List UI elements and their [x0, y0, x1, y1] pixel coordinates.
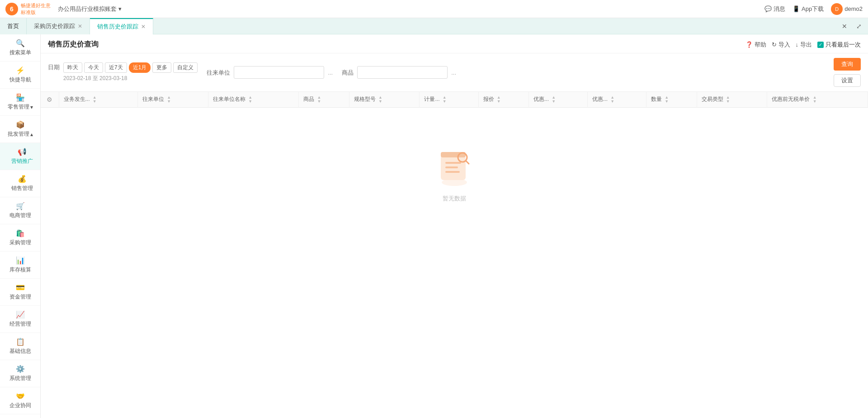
close-all-tabs-button[interactable]: ✕	[839, 21, 850, 32]
th-qty[interactable]: 数量 ▲▼	[646, 92, 697, 108]
card-icon: 💳	[16, 283, 25, 292]
date-range-display: 2023-02-18 至 2023-03-18	[63, 75, 198, 82]
th-goods[interactable]: 商品 ▲▼	[299, 92, 349, 108]
fullscreen-button[interactable]: ⤢	[854, 21, 864, 32]
th-biz-date[interactable]: 业务发生... ▲▼	[59, 92, 137, 108]
sidebar-item-wholesale-mgmt[interactable]: 📦 批发管理 ▴	[0, 116, 40, 143]
trend-icon: 📈	[16, 310, 25, 319]
th-settings: ⚙	[41, 92, 59, 108]
sidebar-item-system[interactable]: ⚙️ 系统管理	[0, 360, 40, 387]
cart-icon: 🛒	[16, 202, 25, 210]
chevron-down-icon: ▾	[118, 5, 122, 12]
tab-bar: 首页 采购历史价跟踪 ✕ 销售历史价跟踪 ✕ ✕ ⤢	[0, 18, 868, 34]
logo-area: 6 畅捷通好生意 标准版	[5, 2, 51, 15]
page-header-actions: ❓ 帮助 ↻ 导入 ↓ 导出 ✓ 只看最后一次	[745, 41, 861, 49]
tab-close-sales[interactable]: ✕	[141, 24, 146, 29]
tab-purchase-history[interactable]: 采购历史价跟踪 ✕	[27, 18, 90, 34]
counterpart-dots[interactable]: ...	[328, 69, 333, 76]
export-link[interactable]: ↓ 导出	[796, 41, 812, 49]
download-app-action[interactable]: 📱 App下载	[793, 5, 824, 13]
only-last-checkbox[interactable]: ✓ 只看最后一次	[817, 41, 861, 49]
sidebar-item-ecommerce[interactable]: 🛒 电商管理	[0, 197, 40, 224]
sales-history-tab-label: 销售历史价跟踪	[97, 23, 138, 31]
table-container: ⚙ 业务发生... ▲▼ 往来单位 ▲▼ 往来单位名称	[41, 92, 868, 418]
th-discount1[interactable]: 优惠... ▲▼	[528, 92, 587, 108]
th-counterpart-name[interactable]: 往来单位名称 ▲▼	[208, 92, 298, 108]
sidebar-item-inventory[interactable]: 📊 库存核算	[0, 252, 40, 279]
empty-state: 暂无数据	[41, 108, 868, 239]
import-link[interactable]: ↻ 导入	[772, 41, 790, 49]
sidebar-item-enterprise-collab[interactable]: 🤝 企业协同	[0, 387, 40, 414]
sort-icon-biz-date: ▲▼	[93, 95, 97, 104]
date-btn-today[interactable]: 今天	[84, 62, 103, 73]
sidebar-item-retail-mgmt[interactable]: 🏪 零售管理 ▾	[0, 89, 40, 116]
th-quote[interactable]: 报价 ▲▼	[478, 92, 528, 108]
th-unit[interactable]: 计量... ▲▼	[420, 92, 478, 108]
sidebar-item-purchase[interactable]: 🛍️ 采购管理	[0, 224, 40, 252]
settings-button[interactable]: 设置	[834, 74, 861, 87]
sort-icon-goods: ▲▼	[317, 95, 321, 104]
date-btn-last7[interactable]: 近7天	[105, 62, 127, 73]
query-button[interactable]: 查询	[834, 58, 861, 71]
sidebar-item-sales-mgmt[interactable]: 💰 销售管理	[0, 170, 40, 197]
filter-area: 日期 昨天 今天 近7天 近1月 更多 自定义 2023-02-18 至 202…	[41, 53, 868, 92]
sort-icon-discount2: ▲▼	[610, 95, 614, 104]
header-right: 💬 消息 📱 App下载 D demo2	[764, 3, 863, 15]
sidebar-item-new-guide[interactable]: 🎯 新手引导	[0, 414, 40, 418]
table-header-row: ⚙ 业务发生... ▲▼ 往来单位 ▲▼ 往来单位名称	[41, 92, 868, 108]
import-icon: ↻	[772, 41, 777, 48]
date-btn-custom[interactable]: 自定义	[173, 62, 198, 73]
chart-icon: 📊	[16, 256, 25, 265]
sidebar-item-search-menu[interactable]: 🔍 搜索菜单	[0, 34, 40, 62]
user-profile[interactable]: D demo2	[831, 3, 863, 15]
table-settings-icon[interactable]: ⚙	[47, 96, 52, 103]
sort-icon-counterpart-code: ▲▼	[167, 95, 171, 104]
tab-close-purchase[interactable]: ✕	[78, 24, 82, 29]
sidebar-item-finance[interactable]: 💳 资金管理	[0, 279, 40, 306]
th-counterpart-code[interactable]: 往来单位 ▲▼	[137, 92, 208, 108]
sidebar-item-basic-info[interactable]: 📋 基础信息	[0, 333, 40, 360]
sort-icon-trade-type: ▲▼	[726, 95, 730, 104]
counterpart-input[interactable]	[234, 66, 324, 79]
date-btn-last1m[interactable]: 近1月	[129, 62, 151, 73]
date-buttons: 昨天 今天 近7天 近1月 更多 自定义	[63, 62, 198, 73]
sort-icon-discount1: ▲▼	[552, 95, 556, 104]
th-spec[interactable]: 规格型号 ▲▼	[349, 92, 420, 108]
sort-icon-qty: ▲▼	[665, 95, 669, 104]
app-selector[interactable]: 办公用品行业模拟账套 ▾	[54, 3, 125, 15]
counterpart-label: 往来单位	[207, 68, 230, 77]
goods-input[interactable]	[357, 66, 448, 79]
gear-icon: ⚙️	[16, 365, 25, 373]
th-trade-type[interactable]: 交易类型 ▲▼	[697, 92, 767, 108]
main-layout: 🔍 搜索菜单 ⚡ 快捷导航 🏪 零售管理 ▾ 📦 批发管理 ▴ 📢 营销推广	[0, 34, 868, 418]
filter-actions: 查询 设置	[834, 58, 861, 87]
phone-icon: 📱	[793, 5, 800, 12]
svg-rect-3	[445, 162, 461, 164]
message-icon: 💬	[764, 5, 772, 12]
checkbox-checked-icon: ✓	[817, 42, 824, 48]
goods-label: 商品	[342, 68, 354, 77]
th-pretax-price[interactable]: 优惠前无税单价 ▲▼	[767, 92, 868, 108]
date-btn-more[interactable]: 更多	[152, 62, 171, 73]
page-title: 销售历史价查询	[48, 40, 99, 49]
th-discount2[interactable]: 优惠... ▲▼	[588, 92, 646, 108]
goods-filter-group: 商品 ...	[342, 66, 456, 79]
empty-text: 暂无数据	[443, 195, 466, 203]
help-icon: ❓	[745, 41, 753, 48]
date-label: 日期	[48, 62, 60, 71]
help-link[interactable]: ❓ 帮助	[745, 41, 766, 49]
goods-dots[interactable]: ...	[451, 69, 456, 76]
sort-icon-counterpart-name: ▲▼	[248, 95, 252, 104]
sidebar: 🔍 搜索菜单 ⚡ 快捷导航 🏪 零售管理 ▾ 📦 批发管理 ▴ 📢 营销推广	[0, 34, 41, 418]
sidebar-item-operations[interactable]: 📈 经营管理	[0, 306, 40, 333]
logo-icon: 6	[5, 3, 18, 15]
chevron-up-icon: ▴	[30, 131, 33, 138]
svg-rect-5	[445, 171, 460, 173]
sidebar-item-marketing[interactable]: 📢 营销推广	[0, 143, 40, 170]
date-btn-yesterday[interactable]: 昨天	[63, 62, 82, 73]
sidebar-item-quick-nav[interactable]: ⚡ 快捷导航	[0, 62, 40, 89]
tab-home[interactable]: 首页	[0, 18, 27, 34]
date-filter-group: 日期 昨天 今天 近7天 近1月 更多 自定义 2023-02-18 至 202…	[48, 62, 198, 82]
message-action[interactable]: 💬 消息	[764, 5, 785, 13]
tab-sales-history[interactable]: 销售历史价跟踪 ✕	[90, 18, 153, 34]
